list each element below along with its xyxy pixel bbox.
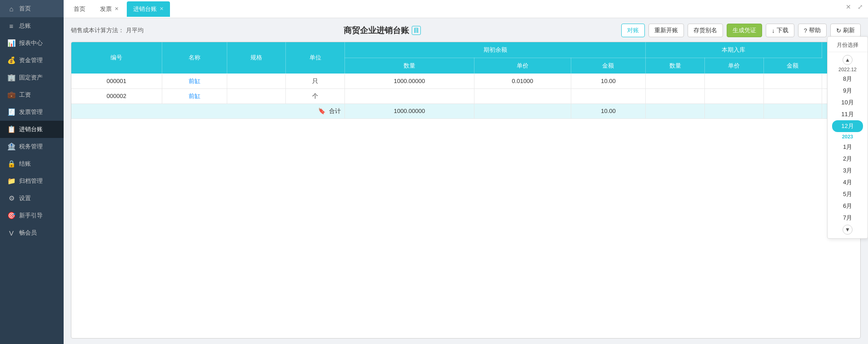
cell-in-qty <box>646 88 705 103</box>
sidebar-item-ledger[interactable]: ≡ 总账 <box>0 17 64 34</box>
home-icon: ⌂ <box>7 5 15 13</box>
main-area: ✕ ⤢ 首页 发票 ✕ 进销台账 ✕ 销售成本计算方法： 月平均 商贸企业进销台… <box>64 0 868 344</box>
month-11[interactable]: 11月 <box>828 108 868 120</box>
tab-home-label: 首页 <box>74 5 85 13</box>
save-alias-label: 存货别名 <box>693 26 717 34</box>
col-header-in-price: 单价 <box>704 58 763 74</box>
month-nav-up-button[interactable]: ▲ <box>843 55 853 65</box>
ledger-icon: ≡ <box>7 22 15 30</box>
sidebar-item-tax[interactable]: 🏦 税务管理 <box>0 138 64 155</box>
cost-method-label: 销售成本计算方法： <box>71 27 124 34</box>
cell-init-qty: 1000.00000 <box>344 74 474 88</box>
sidebar-item-invoice-mgmt[interactable]: 🧾 发票管理 <box>0 103 64 121</box>
sidebar-item-vip[interactable]: V 畅会员 <box>0 224 64 241</box>
month-panel-title: 月份选择 <box>828 39 868 52</box>
month-nav-down: ▼ <box>828 224 868 236</box>
cell-number: 000001 <box>71 74 162 88</box>
tab-purchase-sales-close[interactable]: ✕ <box>160 6 164 12</box>
month-2023-3[interactable]: 3月 <box>828 165 868 177</box>
download-button[interactable]: ↓ 下载 <box>766 24 794 37</box>
cell-unit: 只 <box>286 74 345 88</box>
name-link[interactable]: 前缸 <box>189 78 200 84</box>
name-link[interactable]: 前缸 <box>189 93 200 99</box>
sidebar-item-archive[interactable]: 📁 归档管理 <box>0 172 64 190</box>
sidebar-item-home[interactable]: ⌂ 首页 <box>0 0 64 17</box>
sidebar-item-label: 税务管理 <box>19 143 43 151</box>
cell-init-price: 0.01000 <box>474 74 571 88</box>
sidebar-item-label: 首页 <box>19 5 31 13</box>
info-bar: 销售成本计算方法： 月平均 商贸企业进销台账 目 对账 重新开账 存货别名 生成… <box>71 24 861 37</box>
cell-name: 前缸 <box>162 74 227 88</box>
cell-name: 前缸 <box>162 88 227 103</box>
edit-title-icon[interactable]: 目 <box>412 26 421 35</box>
help-button[interactable]: ? 帮助 <box>798 24 827 37</box>
month-nav-down-button[interactable]: ▼ <box>843 225 853 235</box>
sidebar-item-reports[interactable]: 📊 报表中心 <box>0 34 64 52</box>
sidebar-item-guide[interactable]: 🎯 新手引导 <box>0 207 64 224</box>
reopen-label: 重新开账 <box>654 26 678 34</box>
table-total-row: 🔖 合计 1000.00000 10.00 <box>71 103 860 118</box>
tab-purchase-sales-label: 进销台账 <box>133 5 157 13</box>
sidebar-item-label: 资金管理 <box>19 56 43 64</box>
col-header-period-initial: 期初余额 <box>344 42 645 58</box>
page-title-area: 商贸企业进销台账 目 <box>344 25 421 36</box>
month-2023-4[interactable]: 4月 <box>828 177 868 188</box>
closing-icon: 🔒 <box>7 160 15 168</box>
close-button[interactable]: ✕ <box>844 3 853 11</box>
invoice-mgmt-icon: 🧾 <box>7 108 15 116</box>
sidebar-item-label: 固定资产 <box>19 74 43 82</box>
guide-icon: 🎯 <box>7 211 15 220</box>
purchase-sales-table: 编号 名称 规格 单位 期初余额 本期入库 数 数量 单价 金额 数量 单价 <box>71 42 860 119</box>
month-10[interactable]: 10月 <box>828 97 868 108</box>
col-header-spec: 规格 <box>227 42 286 74</box>
cost-method-value: 月平均 <box>126 27 144 34</box>
tab-home[interactable]: 首页 <box>67 1 92 17</box>
sidebar-item-label: 进销台账 <box>19 125 43 133</box>
refresh-label: 刷新 <box>843 26 855 34</box>
reconcile-button[interactable]: 对账 <box>621 24 645 37</box>
payroll-icon: 💼 <box>7 91 15 99</box>
reconcile-label: 对账 <box>627 26 639 34</box>
cell-in-price <box>704 88 763 103</box>
sidebar-item-settings[interactable]: ⚙ 设置 <box>0 190 64 207</box>
col-header-qty: 数量 <box>344 58 474 74</box>
cell-spec <box>227 88 286 103</box>
refresh-icon: ↻ <box>836 27 841 34</box>
action-buttons: 对账 重新开账 存货别名 生成凭证 ↓ 下载 ? 帮助 <box>621 24 861 37</box>
total-label-cell: 🔖 合计 <box>71 103 344 118</box>
assets-icon: 🏢 <box>7 74 15 82</box>
tab-invoice-label: 发票 <box>100 5 112 13</box>
sidebar-item-funds[interactable]: 💰 资金管理 <box>0 52 64 69</box>
cell-init-amount <box>571 88 646 103</box>
tab-invoice-close[interactable]: ✕ <box>115 6 119 12</box>
tab-purchase-sales[interactable]: 进销台账 ✕ <box>127 1 170 17</box>
month-2023-7[interactable]: 7月 <box>828 212 868 224</box>
col-header-amount: 金额 <box>571 58 646 74</box>
month-2023-2[interactable]: 2月 <box>828 153 868 165</box>
sidebar-item-label: 设置 <box>19 194 31 202</box>
window-controls: ✕ ⤢ <box>844 3 864 11</box>
tab-invoice[interactable]: 发票 ✕ <box>94 1 125 17</box>
month-8[interactable]: 8月 <box>828 73 868 85</box>
save-alias-button[interactable]: 存货别名 <box>688 24 723 37</box>
maximize-button[interactable]: ⤢ <box>856 3 864 11</box>
reopen-button[interactable]: 重新开账 <box>649 24 684 37</box>
month-2023-6[interactable]: 6月 <box>828 200 868 212</box>
refresh-button[interactable]: ↻ 刷新 <box>830 24 861 37</box>
sidebar-item-purchase-sales[interactable]: 📋 进销台账 <box>0 121 64 138</box>
sidebar-item-assets[interactable]: 🏢 固定资产 <box>0 69 64 86</box>
month-9[interactable]: 9月 <box>828 85 868 97</box>
generate-voucher-button[interactable]: 生成凭证 <box>727 24 762 37</box>
total-label: 合计 <box>329 108 341 114</box>
month-2023-5[interactable]: 5月 <box>828 188 868 200</box>
col-header-in-qty: 数量 <box>646 58 705 74</box>
sidebar-item-label: 归档管理 <box>19 177 43 185</box>
sidebar: ⌂ 首页 ≡ 总账 📊 报表中心 💰 资金管理 🏢 固定资产 💼 工资 🧾 发票… <box>0 0 64 344</box>
sidebar-item-closing[interactable]: 🔒 结账 <box>0 155 64 172</box>
cost-method-info: 销售成本计算方法： 月平均 <box>71 26 144 34</box>
sidebar-item-payroll[interactable]: 💼 工资 <box>0 86 64 103</box>
help-label: 帮助 <box>809 26 821 34</box>
sidebar-item-label: 发票管理 <box>19 108 43 116</box>
month-2023-1[interactable]: 1月 <box>828 141 868 153</box>
month-12[interactable]: 12月 <box>832 120 863 132</box>
